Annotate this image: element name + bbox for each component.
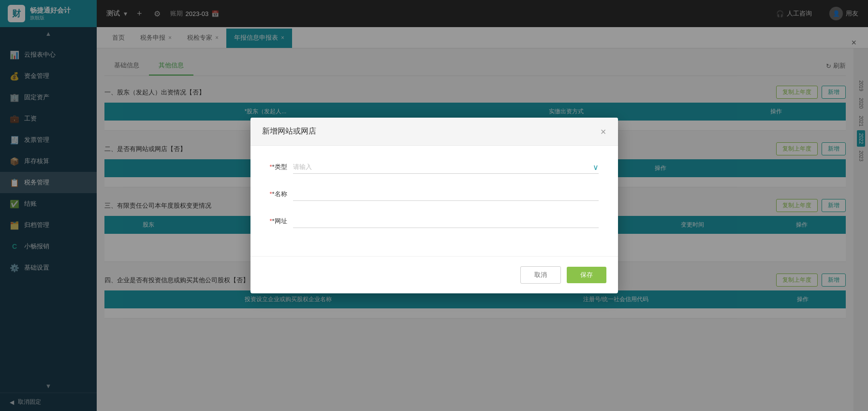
type-input-wrapper: ∨ (293, 160, 599, 174)
type-label: **类型 (270, 163, 287, 171)
dialog-close-button[interactable]: × (601, 127, 606, 137)
name-input-wrapper (293, 187, 599, 201)
url-input[interactable] (293, 214, 599, 228)
form-group-type: **类型 ∨ (270, 160, 599, 174)
dialog-footer: 取消 保存 (250, 256, 618, 293)
dialog-body: **类型 ∨ **名称 **网址 (250, 146, 618, 256)
add-website-dialog: 新增网站或网店 × **类型 ∨ **名称 (250, 118, 618, 293)
type-input[interactable] (293, 160, 599, 174)
url-label: **网址 (270, 217, 287, 226)
name-label: **名称 (270, 190, 287, 198)
save-button[interactable]: 保存 (567, 267, 606, 283)
name-input[interactable] (293, 187, 599, 201)
url-input-wrapper (293, 214, 599, 228)
form-group-name: **名称 (270, 187, 599, 201)
dialog-overlay[interactable]: 新增网站或网店 × **类型 ∨ **名称 (0, 0, 868, 411)
cancel-button[interactable]: 取消 (520, 266, 561, 284)
dialog-title: 新增网站或网店 (262, 126, 316, 137)
dialog-header: 新增网站或网店 × (250, 118, 618, 146)
form-group-url: **网址 (270, 214, 599, 228)
